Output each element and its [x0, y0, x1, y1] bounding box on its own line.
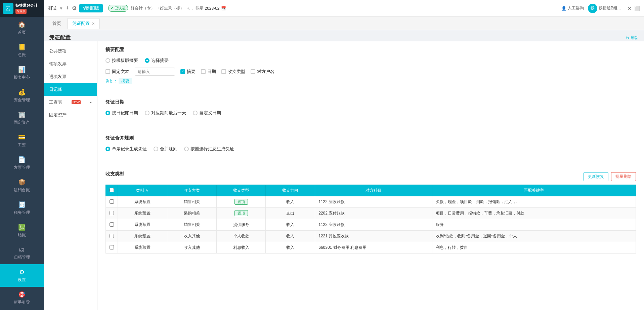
- row-account-3: 1221 其他应收款: [315, 231, 432, 242]
- table-row: 系统预置 销售相关 置顶 收入 1122 应收账款 欠款，现金，项目款，到款，报…: [106, 196, 636, 208]
- merge-rules-radio-group: 单条记录生成凭证 合并规则 按照选择汇总生成凭证: [105, 146, 636, 152]
- row-select-1[interactable]: [110, 211, 114, 215]
- row-direction-3: 收入: [266, 231, 315, 242]
- app-logo: 云 畅捷通好会计 专业版: [0, 0, 44, 17]
- sidebar-item-reports[interactable]: 📊报表中心: [0, 62, 44, 84]
- gear-button[interactable]: ⚙: [72, 5, 77, 11]
- left-nav-item-public[interactable]: 公共选项: [44, 45, 97, 57]
- sidebar-item-archive[interactable]: 🗂归档管理: [0, 242, 44, 264]
- sidebar-item-home[interactable]: 🏠首页: [0, 17, 44, 39]
- row-major-type-2: 销售相关: [167, 219, 216, 231]
- sidebar: 云 畅捷通好会计 专业版 🏠首页📒总账📊报表中心💰资金管理🏢固定资产💳工资📄发票…: [0, 0, 44, 310]
- radio-circle-merge: [154, 147, 158, 151]
- radio-journal-date[interactable]: 按日记账日期: [105, 110, 138, 116]
- example-text: 例如： 摘要: [105, 78, 636, 84]
- left-nav-item-purchase_invoice[interactable]: 进项发票: [44, 70, 97, 83]
- sidebar-item-funds[interactable]: 💰资金管理: [0, 84, 44, 107]
- type-tag-0[interactable]: 置顶: [234, 199, 248, 205]
- topbar: 测试 ▼ + ⚙ 切到旧版 ✔ 已认证 好会计（专） +好生意（标） +... …: [44, 0, 644, 17]
- tab-close-voucher_config[interactable]: ✕: [92, 22, 95, 26]
- merge-rules-section: 凭证合并规则 单条记录生成凭证 合并规则 按照选择汇总生成凭证: [105, 135, 636, 163]
- update-restore-button[interactable]: 更新恢复: [584, 172, 608, 181]
- row-major-type-4: 收入其他: [167, 242, 216, 254]
- sidebar-item-guide[interactable]: 🎯新手引导: [0, 287, 44, 309]
- window-maximize-button[interactable]: ⬜: [634, 6, 640, 11]
- radio-period-last[interactable]: 对应期间最后一天: [145, 110, 186, 116]
- left-nav: 公共选项销项发票进项发票日记账工资表NEW▾固定资产: [44, 41, 97, 310]
- row-select-3[interactable]: [110, 234, 114, 238]
- sidebar-item-settings[interactable]: ⚙设置: [0, 264, 44, 287]
- sidebar-item-purchase[interactable]: 📦进销台账: [0, 175, 44, 197]
- sidebar-label-tax: 税务管理: [14, 210, 30, 216]
- radio-select-summary[interactable]: 选择摘要: [145, 57, 169, 64]
- dropdown-icon[interactable]: ▼: [59, 6, 63, 11]
- voucher-date-radio-group: 按日记账日期 对应期间最后一天 自定义日期: [105, 110, 636, 116]
- refresh-button[interactable]: ↻ 刷新: [626, 35, 639, 41]
- tab-label-home: 首页: [52, 21, 61, 26]
- sidebar-icon-archive: 🗂: [19, 246, 25, 253]
- radio-merge-rules[interactable]: 合并规则: [154, 146, 177, 152]
- income-expense-table: 类别 ∨ 收支大类 收支类型 收支方向 对方科目 匹配关键字 系统预置 销售相关…: [105, 185, 636, 254]
- row-select-0[interactable]: [110, 199, 114, 204]
- row-checkbox-0: [106, 196, 118, 208]
- calendar-icon[interactable]: 📅: [221, 6, 226, 11]
- sidebar-item-assets[interactable]: 🏢固定资产: [0, 107, 44, 129]
- page-title: 凭证配置: [49, 34, 71, 41]
- radio-custom-date[interactable]: 自定义日期: [193, 110, 221, 116]
- row-account-2: 1122 应收账款: [315, 219, 432, 231]
- add-button[interactable]: +: [66, 5, 70, 12]
- row-checkbox-3: [106, 231, 118, 242]
- checkbox-summary[interactable]: 摘要: [180, 69, 196, 75]
- user-avatar: 畅: [588, 4, 597, 13]
- tag-more: +...: [187, 6, 192, 11]
- radio-circle-selected: [184, 147, 189, 151]
- left-nav-label-sales_invoice: 销项发票: [49, 61, 67, 67]
- batch-delete-button[interactable]: 批量删除: [611, 172, 636, 181]
- radio-circle-period: [145, 111, 149, 115]
- th-major-type: 收支大类: [167, 185, 216, 196]
- tab-voucher_config[interactable]: 凭证配置✕: [67, 18, 100, 29]
- sidebar-item-ledger[interactable]: 📒总账: [0, 39, 44, 62]
- row-type-1: 置顶: [216, 208, 266, 219]
- row-direction-4: 收入: [266, 242, 315, 254]
- switch-version-button[interactable]: 切到旧版: [79, 4, 103, 12]
- select-all-checkbox[interactable]: [110, 188, 114, 192]
- type-tag-1[interactable]: 置顶: [234, 210, 248, 216]
- company-selector[interactable]: 测试: [48, 5, 56, 11]
- table-row: 系统预置 采购相关 置顶 支出 2202 应付账款 项目，日常费用，报销款，车费…: [106, 208, 636, 219]
- period-selector[interactable]: 账期 2023-02 📅: [196, 5, 226, 11]
- consult-button[interactable]: 👤 人工咨询: [561, 5, 584, 11]
- radio-circle-journal: [105, 111, 110, 115]
- left-nav-item-fixed_assets[interactable]: 固定资产: [44, 109, 97, 121]
- checkbox-type[interactable]: 收支类型: [221, 69, 245, 75]
- fixed-text-input[interactable]: [135, 68, 175, 76]
- row-select-4[interactable]: [110, 245, 114, 249]
- radio-single-record[interactable]: 单条记录生成凭证: [105, 146, 147, 152]
- income-expense-tbody: 系统预置 销售相关 置顶 收入 1122 应收账款 欠款，现金，项目款，到款，报…: [106, 196, 636, 254]
- consult-icon: 👤: [561, 6, 566, 11]
- row-type-2: 提供服务: [216, 219, 266, 231]
- tabs-container: 首页凭证配置✕: [48, 18, 100, 29]
- radio-selected-summary[interactable]: 按照选择汇总生成凭证: [184, 146, 234, 152]
- sidebar-label-assets: 固定资产: [14, 120, 30, 125]
- user-profile[interactable]: 畅 畅捷通B组...: [588, 4, 621, 13]
- sidebar-nav: 🏠首页📒总账📊报表中心💰资金管理🏢固定资产💳工资📄发票管理📦进销台账🧾税务管理💹…: [0, 17, 44, 310]
- window-close-button[interactable]: ✕: [628, 6, 632, 11]
- checkbox-fixed-text[interactable]: 固定文本: [105, 69, 129, 75]
- radio-template-summary[interactable]: 按模板版摘要: [105, 57, 138, 64]
- row-category-1: 系统预置: [118, 208, 167, 219]
- left-nav-item-payroll[interactable]: 工资表NEW▾: [44, 96, 97, 109]
- left-nav-item-sales_invoice[interactable]: 销项发票: [44, 57, 97, 70]
- left-nav-item-journal[interactable]: 日记账: [44, 83, 97, 96]
- sidebar-item-invoice_mgmt[interactable]: 📄发票管理: [0, 152, 44, 175]
- sidebar-item-salary[interactable]: 💳工资: [0, 129, 44, 152]
- checkbox-counterparty[interactable]: 对方户名: [251, 69, 274, 75]
- sidebar-item-settle[interactable]: 💹结账: [0, 220, 44, 242]
- radio-circle-single: [105, 147, 110, 151]
- row-type-3: 个人收款: [216, 231, 266, 242]
- tab-home[interactable]: 首页: [48, 18, 66, 29]
- sidebar-item-tax[interactable]: 🧾税务管理: [0, 197, 44, 220]
- checkbox-box-date: [201, 69, 206, 74]
- checkbox-date[interactable]: 日期: [201, 69, 216, 75]
- row-select-2[interactable]: [110, 222, 114, 227]
